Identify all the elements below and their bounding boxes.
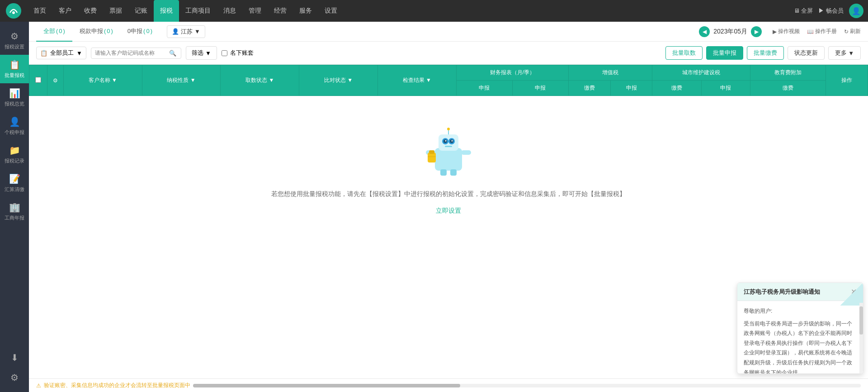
svg-rect-17 (428, 153, 436, 163)
dropdown-arrow-icon: ▼ (76, 50, 82, 57)
search-icon[interactable]: 🔍 (169, 50, 176, 57)
th-vat-declare: 申报 (512, 81, 568, 96)
video-btn[interactable]: ▶ 操作视频 (773, 28, 800, 35)
checkbox-label[interactable]: 名下账套 (222, 49, 254, 57)
th-vat-pay: 缴费 (568, 81, 610, 96)
sidebar: ⚙ 报税设置 📋 批量报税 📊 报税总览 👤 个税申报 📁 报税记录 📝 汇算清… (0, 22, 29, 392)
region-label: 江苏 (181, 28, 193, 36)
tab-tax-declare[interactable]: 税款申报(0) (72, 22, 120, 42)
notif-body: 尊敬的用户: 受当前电子税务局进一步升级的影响，同一个政务网账号（办税人）名下的… (737, 301, 863, 373)
notif-scrollbar-thumb[interactable] (859, 306, 863, 335)
tab-bar: 全部(0) 税款申报(0) 0申报(0) 👤 江苏 ▼ ◀ 2023年05月 ▶… (29, 22, 868, 42)
nav-customer[interactable]: 客户 (52, 0, 78, 22)
tab-all[interactable]: 全部(0) (36, 22, 72, 42)
member-btn[interactable]: ▶ 畅会员 (818, 7, 844, 15)
svg-rect-3 (439, 134, 458, 151)
th-city-declare: 申报 (610, 81, 652, 96)
th-education-tax: 教育费附加 (750, 65, 826, 81)
th-check-result[interactable]: 检查结果 ▼ (377, 65, 456, 96)
search-box: 🔍 (91, 48, 181, 59)
employee-select[interactable]: 📋 全部员工 ▼ (36, 47, 86, 59)
sidebar-item-biz-annual[interactable]: 🏢 工商年报 (0, 197, 29, 226)
top-nav: 首页 客户 收费 票据 记账 报税 工商项目 消息 管理 经营 服务 设置 🖥 … (0, 0, 868, 22)
svg-rect-14 (461, 150, 471, 155)
filter-label: 筛选 (192, 49, 203, 57)
download-icon: ⬇ (11, 352, 19, 363)
tab-zero-declare[interactable]: 0申报(0) (120, 22, 160, 42)
biz-annual-icon: 🏢 (9, 202, 20, 213)
sidebar-item-batch-tax[interactable]: 📋 批量报税 (0, 55, 29, 83)
select-all-checkbox[interactable] (35, 77, 41, 83)
svg-rect-10 (445, 146, 452, 147)
nav-accounting[interactable]: 记账 (128, 0, 154, 22)
avatar[interactable]: 👤 (849, 4, 863, 18)
filter-btn[interactable]: 筛选 ▼ (186, 46, 217, 60)
nav-manage[interactable]: 管理 (242, 0, 268, 22)
sidebar-item-label: 个税申报 (5, 129, 24, 136)
th-fr-declare: 申报 (456, 81, 512, 96)
region-selector[interactable]: 👤 江苏 ▼ (167, 25, 205, 38)
sidebar-item-personal-tax[interactable]: 👤 个税申报 (0, 112, 29, 140)
th-financial-report: 财务报表（月/季） (456, 65, 568, 81)
settings-icon: ⚙ (10, 372, 19, 383)
sidebar-item-label: 报税设置 (5, 43, 24, 50)
employee-icon: 📋 (40, 50, 47, 57)
nav-service[interactable]: 服务 (293, 0, 318, 22)
checkbox-text: 名下账套 (230, 49, 254, 57)
accounts-checkbox[interactable] (222, 50, 227, 56)
personal-tax-icon: 👤 (9, 116, 20, 127)
filter-arrow-icon: ▼ (205, 50, 211, 57)
status-bar: ⚠ 验证账密、采集信息均成功的企业才会流转至批量报税页面中 (29, 378, 868, 392)
app-logo[interactable] (5, 2, 23, 20)
th-edu-declare: 申报 (701, 81, 750, 96)
next-month-btn[interactable]: ▶ (751, 26, 762, 37)
batch-pay-btn[interactable]: 批量缴费 (747, 46, 784, 60)
sidebar-item-baoshui-settings[interactable]: ⚙ 报税设置 (0, 26, 29, 55)
sidebar-item-label: 汇算清缴 (5, 186, 24, 193)
more-label: 更多 (835, 49, 847, 57)
setup-link[interactable]: 立即设置 (436, 207, 461, 215)
chevron-down-icon: ▼ (194, 28, 200, 35)
th-compare-status[interactable]: 比对状态 ▼ (299, 65, 378, 96)
nav-message[interactable]: 消息 (217, 0, 242, 22)
more-btn[interactable]: 更多 ▼ (828, 46, 861, 60)
sidebar-item-tax-record[interactable]: 📁 报税记录 (0, 140, 29, 169)
nav-ticket[interactable]: 票据 (103, 0, 128, 22)
sidebar-item-label: 批量报税 (5, 72, 24, 79)
nav-settings[interactable]: 设置 (318, 0, 344, 22)
svg-rect-18 (429, 150, 434, 154)
nav-bizproject[interactable]: 工商项目 (179, 0, 217, 22)
batch-fetch-btn[interactable]: 批量取数 (665, 46, 703, 60)
manual-btn[interactable]: 📖 操作手册 (807, 28, 837, 35)
status-update-btn[interactable]: 状态更新 (788, 46, 825, 60)
th-checkbox (29, 65, 47, 96)
nav-operation[interactable]: 经营 (268, 0, 293, 22)
nav-tax[interactable]: 报税 (154, 0, 179, 22)
sidebar-download[interactable]: ⬇ (10, 348, 19, 368)
prev-month-btn[interactable]: ◀ (699, 26, 710, 37)
nav-fee[interactable]: 收费 (78, 0, 103, 22)
notification-panel: 江苏电子税务局升级影响通知 ✕ 尊敬的用户: 受当前电子税务局进一步升级的影响，… (737, 282, 863, 374)
fullscreen-btn[interactable]: 🖥 全屏 (794, 7, 813, 15)
th-customer[interactable]: 客户名称 ▼ (64, 65, 142, 96)
month-nav: ◀ 2023年05月 ▶ (699, 26, 762, 37)
refresh-btn[interactable]: ↻ 刷新 (844, 28, 861, 35)
svg-rect-16 (450, 169, 457, 176)
data-table: ⚙ 客户名称 ▼ 纳税性质 ▼ 取数状态 ▼ 比对状态 ▼ 检查结果 ▼ (29, 65, 868, 242)
nav-right-actions: 🖥 全屏 ▶ 畅会员 👤 (794, 4, 863, 18)
sidebar-item-tax-overview[interactable]: 📊 报税总览 (0, 83, 29, 112)
th-fetch-status[interactable]: 取数状态 ▼ (221, 65, 299, 96)
sidebar-item-label: 报税记录 (5, 158, 24, 164)
nav-home[interactable]: 首页 (27, 0, 52, 22)
batch-tax-icon: 📋 (9, 59, 20, 70)
scroll-track[interactable] (193, 384, 861, 387)
notif-close-btn[interactable]: ✕ (851, 287, 857, 296)
th-tax-type[interactable]: 纳税性质 ▼ (142, 65, 221, 96)
empty-message: 若您想使用批量报税功能，请先在【报税设置】中进行报税的初始化设置，完成密码验证和… (271, 188, 626, 200)
search-input[interactable] (95, 50, 167, 56)
batch-declare-btn[interactable]: 批量申报 (706, 46, 743, 60)
status-message: 验证账密、采集信息均成功的企业才会流转至批量报税页面中 (44, 382, 190, 389)
svg-rect-2 (435, 148, 462, 171)
sidebar-item-annual-settle[interactable]: 📝 汇算清缴 (0, 169, 29, 197)
sidebar-setting[interactable]: ⚙ (10, 368, 19, 387)
